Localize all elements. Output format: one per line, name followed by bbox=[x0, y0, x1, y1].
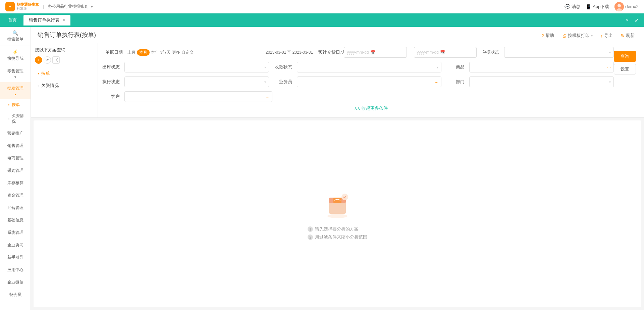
customer-select[interactable]: ··· bbox=[124, 91, 272, 102]
sidebar-finance-label: 资金管理 bbox=[7, 193, 23, 198]
tab-home[interactable]: 首页 bbox=[3, 15, 22, 25]
sidebar-item-basic-info[interactable]: 基础信息 bbox=[0, 214, 31, 226]
exec-status-select[interactable]: ▾ bbox=[124, 76, 269, 87]
expected-date-end[interactable]: yyyy-mm-dd 📅 bbox=[414, 47, 477, 58]
status-select[interactable]: ▾ bbox=[504, 47, 614, 58]
date-quick-自定义[interactable]: 自定义 bbox=[181, 50, 194, 55]
svg-point-4 bbox=[327, 214, 347, 218]
breadcrumb-dropdown-icon[interactable]: ▾ bbox=[91, 4, 93, 9]
export-btn[interactable]: ↑ 导出 bbox=[598, 31, 616, 40]
user-action[interactable]: demo2 bbox=[614, 2, 639, 11]
app-download-action[interactable]: 📱 App下载 bbox=[586, 4, 609, 10]
print-dropdown-icon: ▾ bbox=[591, 34, 593, 38]
status-field-group: 单据状态 ▾ bbox=[482, 47, 614, 58]
calendar-start-icon: 📅 bbox=[370, 50, 375, 55]
export-label: 导出 bbox=[604, 33, 613, 39]
refresh-btn[interactable]: ↻ 刷新 bbox=[618, 31, 637, 40]
expected-date-group: 预计交货日期 yyyy-mm-dd 📅 — yyyy-mm-dd bbox=[318, 47, 477, 58]
sidebar-quick-nav[interactable]: ⚡ 快捷导航 bbox=[0, 46, 31, 65]
message-label: 消息 bbox=[572, 4, 580, 10]
filter-area: 按以下方案查询 + ⟳ 《 ● 按单 ○ 欠资情况 bbox=[31, 43, 644, 118]
salesperson-select[interactable]: ··· bbox=[297, 76, 441, 87]
status-label: 单据状态 bbox=[482, 49, 502, 55]
collapse-scheme-btn[interactable]: 《 bbox=[52, 56, 60, 64]
add-scheme-btn[interactable]: + bbox=[35, 56, 42, 64]
receive-status-select[interactable]: ▾ bbox=[297, 62, 441, 72]
tab-close-btn[interactable]: × bbox=[63, 18, 65, 22]
collapse-icon: ∧∧ bbox=[354, 106, 360, 111]
goods-select[interactable]: ··· bbox=[469, 62, 614, 72]
date-quick-近7天[interactable]: 近7天 bbox=[160, 50, 171, 55]
sidebar-app-center-label: 应用中心 bbox=[7, 267, 23, 273]
out-stock-select[interactable]: ▾ bbox=[124, 62, 269, 72]
sidebar-item-wholesale[interactable]: 批发管理 ▴ bbox=[0, 82, 31, 99]
receive-status-chevron: ▾ bbox=[437, 65, 438, 69]
sidebar-item-sales[interactable]: 销售管理 bbox=[0, 140, 31, 152]
main-filters: 单据日期 上月 本月 本年 近7天 更多 自定义 2023 bbox=[98, 43, 644, 117]
sidebar-item-finance[interactable]: 资金管理 bbox=[0, 189, 31, 202]
sidebar-item-wechat[interactable]: 企业微信 bbox=[0, 276, 31, 289]
sub-item-欠资情况-label: 欠资情况 bbox=[12, 113, 25, 124]
tip-num-1: 1 bbox=[308, 226, 313, 232]
sidebar-item-inventory[interactable]: 库存核算 bbox=[0, 177, 31, 189]
sidebar-item-enterprise[interactable]: 企业协同 bbox=[0, 239, 31, 251]
help-btn[interactable]: ? 帮助 bbox=[539, 31, 556, 40]
customer-dots: ··· bbox=[266, 94, 269, 99]
message-action[interactable]: 💬 消息 bbox=[565, 4, 580, 10]
calendar-end-icon: 📅 bbox=[440, 50, 445, 55]
date-quick-本年[interactable]: 本年 bbox=[151, 50, 159, 55]
sidebar-item-newbie[interactable]: 新手引导 bbox=[0, 251, 31, 264]
out-stock-label: 出库状态 bbox=[102, 64, 122, 70]
scheme-item-欠资情况[interactable]: ○ 欠资情况 bbox=[35, 81, 94, 91]
department-select[interactable]: ▾ bbox=[469, 76, 614, 87]
sidebar: 🔍 搜索菜单 ⚡ 快捷导航 零售管理 ▾ 批发管理 ▴ ● 按单 ○ 欠资情况 bbox=[0, 27, 31, 310]
empty-tip-2: 2 用过滤条件来缩小分析范围 bbox=[308, 234, 367, 240]
sidebar-retail-label: 零售管理 bbox=[7, 68, 23, 74]
refresh-icon: ↻ bbox=[621, 33, 625, 38]
sidebar-retail-arrow: ▾ bbox=[14, 75, 16, 79]
sidebar-item-app-center[interactable]: 应用中心 bbox=[0, 264, 31, 276]
date-quick-更多[interactable]: 更多 bbox=[172, 50, 180, 55]
refresh-scheme-btn[interactable]: ⟳ bbox=[44, 56, 51, 64]
settings-btn[interactable]: 设置 bbox=[614, 64, 636, 74]
export-icon: ↑ bbox=[601, 33, 603, 38]
sidebar-item-marketing[interactable]: 营销推广 bbox=[0, 127, 31, 140]
print-btn[interactable]: 🖨 按模板打印 ▾ bbox=[559, 31, 595, 40]
sidebar-item-retail[interactable]: 零售管理 ▾ bbox=[0, 65, 31, 82]
date-quick-本月[interactable]: 本月 bbox=[137, 49, 150, 56]
sidebar-item-system[interactable]: 系统管理 bbox=[0, 226, 31, 239]
filter-left-title: 按以下方案查询 bbox=[35, 47, 94, 53]
sidebar-sub-item-按单[interactable]: ● 按单 bbox=[3, 99, 31, 110]
logo-subtext: 标准版 bbox=[17, 7, 39, 11]
sidebar-item-member[interactable]: 畅会员 bbox=[0, 289, 31, 301]
salesperson-dots: ··· bbox=[435, 80, 438, 85]
expected-date-start[interactable]: yyyy-mm-dd 📅 bbox=[344, 47, 407, 58]
goods-label: 商品 bbox=[447, 64, 467, 70]
sub-item-按单-label: 按单 bbox=[12, 102, 20, 108]
filter-row-2: 出库状态 ▾ 收款状态 ▾ bbox=[102, 62, 614, 72]
page-header: 销售订单执行表(按单) ? 帮助 🖨 按模板打印 ▾ ↑ 导出 ↻ 刷新 bbox=[31, 27, 644, 43]
message-icon: 💬 bbox=[565, 4, 570, 9]
top-bar-left: 畅捷通好生意 标准版 | 办公用品行业模拟账套 ▾ bbox=[5, 2, 93, 11]
filter-left-panel: 按以下方案查询 + ⟳ 《 ● 按单 ○ 欠资情况 bbox=[31, 43, 98, 117]
date-quick-上月[interactable]: 上月 bbox=[127, 50, 136, 55]
salesperson-label: 业务员 bbox=[274, 79, 295, 85]
tab-sales-order[interactable]: 销售订单执行表 × bbox=[23, 15, 70, 25]
date-label: 单据日期 bbox=[102, 49, 125, 55]
scheme-item-按单[interactable]: ● 按单 bbox=[35, 68, 94, 79]
sidebar-search[interactable]: 🔍 搜索菜单 bbox=[0, 27, 31, 46]
sidebar-item-operations[interactable]: 经营管理 bbox=[0, 202, 31, 214]
sidebar-basic-info-label: 基础信息 bbox=[7, 217, 23, 223]
sidebar-sub-item-欠资情况[interactable]: ○ 欠资情况 bbox=[3, 110, 31, 127]
avatar bbox=[614, 2, 624, 11]
tab-close-window-btn[interactable]: × bbox=[624, 17, 631, 23]
sidebar-item-ecom[interactable]: 电商管理 bbox=[0, 152, 31, 164]
tab-expand-btn[interactable]: ⤢ bbox=[633, 17, 640, 23]
customer-label: 客户 bbox=[102, 94, 122, 100]
collapse-bar[interactable]: ∧∧ 收起更多条件 bbox=[102, 103, 640, 113]
out-stock-chevron: ▾ bbox=[264, 65, 266, 69]
refresh-label: 刷新 bbox=[626, 33, 635, 39]
query-btn[interactable]: 查询 bbox=[614, 51, 636, 62]
svg-point-8 bbox=[341, 194, 348, 200]
sidebar-item-purchase[interactable]: 采购管理 bbox=[0, 164, 31, 177]
